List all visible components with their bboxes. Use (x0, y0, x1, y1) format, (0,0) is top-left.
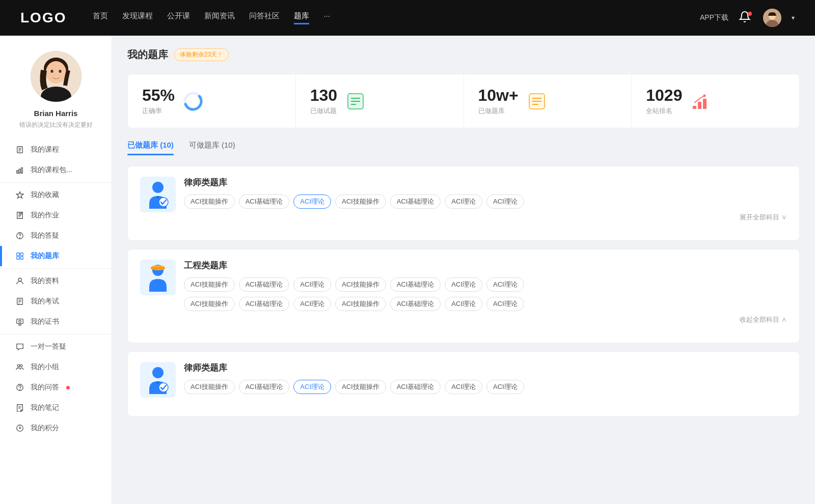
svg-point-29 (19, 320, 21, 322)
tag-2-11[interactable]: ACI技能操作 (335, 297, 386, 311)
svg-point-37 (19, 428, 20, 429)
grid-icon (15, 251, 24, 261)
bank-card-engineer: 工程类题库 ACI技能操作 ACI基础理论 ACI理论 ACI技能操作 ACI基… (127, 249, 800, 343)
nav-questionbank[interactable]: 题库 (294, 11, 309, 24)
tag-1-6[interactable]: ACI理论 (445, 194, 482, 209)
tab-available-banks[interactable]: 可做题库 (10) (189, 141, 235, 155)
sidebar-tutoring-label: 一对一答疑 (31, 342, 66, 351)
stats-row: 55% 正确率 130 已做试题 (127, 74, 800, 128)
tag-1-7[interactable]: ACI理论 (486, 194, 524, 209)
tag-1-1[interactable]: ACI技能操作 (184, 194, 235, 209)
sidebar-item-group[interactable]: 我的小组 (0, 357, 112, 377)
main-content: 我的题库 体验剩余23天！ 55% 正确率 (112, 36, 815, 504)
sidebar-item-cert[interactable]: 我的证书 (0, 312, 112, 332)
sidebar-item-exams[interactable]: 我的考试 (0, 291, 112, 312)
app-download-button[interactable]: APP下载 (700, 13, 728, 22)
sidebar-item-courses[interactable]: 我的课程 (0, 139, 112, 160)
nav-more[interactable]: ··· (323, 11, 330, 24)
nav-news[interactable]: 新闻资讯 (204, 11, 235, 24)
bank-tags-3: ACI技能操作 ACI基础理论 ACI理论 ACI技能操作 ACI基础理论 AC… (184, 380, 787, 394)
group-icon (15, 362, 24, 372)
tab-done-banks[interactable]: 已做题库 (10) (127, 141, 174, 155)
tag-2-6[interactable]: ACI理论 (445, 277, 482, 292)
sidebar-item-notes[interactable]: 我的笔记 (0, 398, 112, 418)
svg-point-18 (20, 238, 20, 238)
sidebar-item-points[interactable]: 我的积分 (0, 418, 112, 438)
myqa-notification-dot (66, 386, 70, 389)
tag-1-4[interactable]: ACI技能操作 (335, 194, 386, 209)
tag-2-13[interactable]: ACI理论 (445, 297, 482, 311)
svg-rect-15 (21, 168, 23, 174)
sidebar: Brian Harris 错误的决定比没有决定要好 我的课程 (0, 36, 112, 504)
svg-rect-21 (17, 257, 19, 259)
accuracy-label: 正确率 (142, 106, 175, 116)
tag-3-2[interactable]: ACI基础理论 (239, 380, 290, 394)
bank-card-lawyer-3: 律师类题库 ACI技能操作 ACI基础理论 ACI理论 ACI技能操作 ACI基… (127, 351, 800, 416)
bdone-icon (527, 91, 547, 111)
sidebar-group-label: 我的小组 (31, 362, 59, 372)
tag-2-7[interactable]: ACI理论 (486, 277, 524, 292)
tag-2-3[interactable]: ACI理论 (293, 277, 331, 292)
sidebar-item-myqa[interactable]: 我的问答 (0, 377, 112, 398)
sidebar-myqa-label: 我的问答 (31, 383, 59, 392)
svg-rect-51 (698, 102, 701, 109)
tag-2-12[interactable]: ACI基础理论 (390, 297, 441, 311)
qa-icon (15, 383, 24, 392)
sidebar-item-profile[interactable]: 我的资料 (0, 271, 112, 291)
tag-2-1[interactable]: ACI技能操作 (184, 277, 235, 292)
notification-bell[interactable] (739, 11, 753, 25)
file-icon (15, 145, 24, 154)
sidebar-item-questions[interactable]: 我的答疑 (0, 226, 112, 246)
svg-point-54 (152, 182, 164, 193)
tag-2-14[interactable]: ACI理论 (486, 297, 524, 311)
tag-2-4[interactable]: ACI技能操作 (335, 277, 386, 292)
tag-3-6[interactable]: ACI理论 (445, 380, 482, 394)
stat-banks-done: 10w+ 已做题库 (464, 74, 632, 128)
avatar-image (763, 9, 781, 27)
rank-number: 1029 (646, 87, 682, 104)
tag-2-2[interactable]: ACI基础理论 (239, 277, 290, 292)
qdone-number: 130 (310, 87, 337, 104)
tag-1-3[interactable]: ACI理论 (293, 194, 331, 209)
sidebar-menu: 我的课程 我的课程包... 我的收 (0, 139, 112, 438)
bdone-number: 10w+ (478, 87, 519, 104)
sidebar-item-favorites[interactable]: 我的收藏 (0, 185, 112, 205)
tag-2-9[interactable]: ACI基础理论 (239, 297, 290, 311)
tag-2-10[interactable]: ACI理论 (293, 297, 331, 311)
nav-qa[interactable]: 问答社区 (249, 11, 280, 24)
bank-title-3: 律师类题库 (184, 362, 787, 374)
svg-rect-13 (17, 171, 18, 173)
chart-icon (15, 165, 24, 175)
qdone-icon (345, 91, 366, 111)
user-menu-chevron[interactable]: ▾ (792, 14, 795, 21)
sidebar-item-tutoring[interactable]: 一对一答疑 (0, 337, 112, 357)
sidebar-avatar (31, 51, 82, 102)
tag-2-8[interactable]: ACI技能操作 (184, 297, 235, 311)
sidebar-item-questionbank[interactable]: 我的题库 (0, 246, 112, 266)
bank-tags-1: ACI技能操作 ACI基础理论 ACI理论 ACI技能操作 ACI基础理论 AC… (184, 194, 787, 209)
nav-home[interactable]: 首页 (93, 11, 108, 24)
page-title: 我的题库 (127, 48, 168, 62)
star-icon (15, 190, 24, 200)
sidebar-username: Brian Harris (34, 109, 78, 118)
bank-expand-1[interactable]: 展开全部科目 ∨ (184, 213, 787, 222)
tag-3-7[interactable]: ACI理论 (486, 380, 524, 394)
logo[interactable]: LOGO (20, 10, 66, 26)
tag-3-5[interactable]: ACI基础理论 (390, 380, 441, 394)
tag-3-3[interactable]: ACI理论 (293, 380, 331, 394)
tag-1-2[interactable]: ACI基础理论 (239, 194, 290, 209)
sidebar-item-homework[interactable]: 我的作业 (0, 205, 112, 226)
tag-1-5[interactable]: ACI基础理论 (390, 194, 441, 209)
user-avatar[interactable] (763, 9, 781, 27)
bank-collapse-2[interactable]: 收起全部科目 ∧ (184, 315, 787, 324)
nav-discover[interactable]: 发现课程 (122, 11, 153, 24)
bank-title-2: 工程类题库 (184, 260, 787, 271)
sidebar-item-packages[interactable]: 我的课程包... (0, 160, 112, 180)
user-icon (15, 276, 24, 286)
svg-rect-52 (703, 99, 707, 109)
tag-3-4[interactable]: ACI技能操作 (335, 380, 386, 394)
tag-2-5[interactable]: ACI基础理论 (390, 277, 441, 292)
nav-open[interactable]: 公开课 (167, 11, 190, 24)
svg-rect-59 (151, 267, 165, 269)
tag-3-1[interactable]: ACI技能操作 (184, 380, 235, 394)
